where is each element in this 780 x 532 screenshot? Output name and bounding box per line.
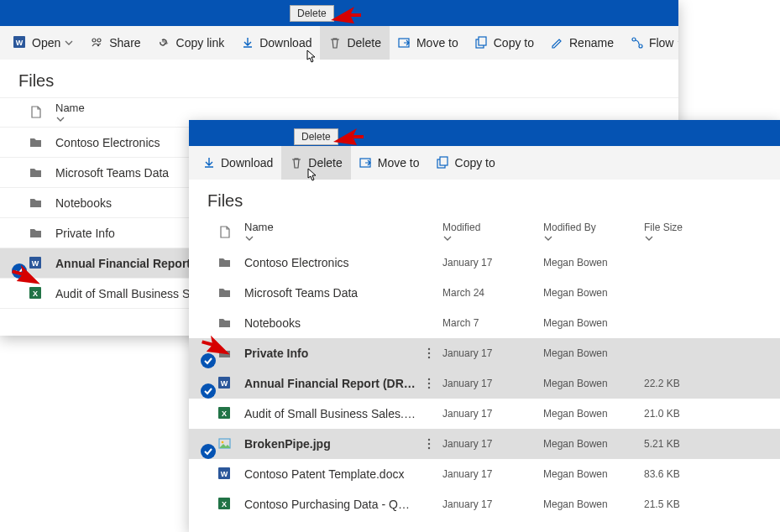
copylink-button[interactable]: Copy link [149,26,233,60]
selection-check-icon[interactable] [201,353,216,368]
folder-icon [212,286,238,300]
modifiedby-cell: Megan Bowen [543,498,644,510]
modified-cell: January 17 [442,438,543,450]
file-row[interactable]: Annual Financial Report (DRAF...January … [189,368,780,399]
image-icon [212,437,238,451]
delete-button[interactable]: Delete [320,26,389,60]
file-row[interactable]: BrokenPipe.jpgJanuary 17Megan Bowen5.21 … [189,429,780,459]
modified-cell: January 17 [442,347,543,359]
excel-icon [212,498,238,511]
file-name[interactable]: Audit of Small Business Sales.xlsx [238,407,422,420]
delete-label: Delete [347,36,380,50]
chevron-down-icon [677,38,678,48]
modifiedby-header[interactable]: Modified By [543,222,644,243]
modifiedby-cell: Megan Bowen [543,378,644,389]
size-header[interactable]: File Size [644,222,711,243]
file-name[interactable]: Notebooks [238,316,422,330]
moveto-icon [359,156,373,170]
file-name[interactable]: Private Info [238,347,422,360]
copyto-button[interactable]: Copy to [428,146,504,180]
modified-cell: January 17 [442,468,543,480]
more-icon[interactable] [422,437,442,451]
share-button[interactable]: Share [82,26,149,60]
word-icon [212,377,238,390]
moveto-button[interactable]: Move to [351,146,428,180]
share-label: Share [109,36,140,50]
modifiedby-cell: Megan Bowen [543,468,644,480]
file-row[interactable]: Microsoft Teams DataMarch 24Megan Bowen [189,278,780,308]
name-header[interactable]: Name [238,221,422,243]
delete-icon [290,156,303,170]
file-row[interactable]: Audit of Small Business Sales.xlsxJanuar… [189,399,780,429]
size-cell: 5.21 KB [644,438,711,450]
modifiedby-cell: Megan Bowen [543,408,644,420]
titlebar: Delete [0,0,678,26]
word-icon [24,257,49,270]
modified-cell: January 17 [442,257,543,269]
download-icon [202,156,216,170]
share-icon [91,36,104,50]
file-name[interactable]: Contoso Patent Template.docx [238,467,422,481]
file-name[interactable]: Microsoft Teams Data [238,286,422,300]
modified-header[interactable]: Modified [442,222,543,243]
file-icon [24,106,49,119]
size-cell: 21.0 KB [644,408,711,420]
flow-button[interactable]: Flow [622,26,678,60]
size-cell: 21.5 KB [644,498,711,510]
modified-cell: January 17 [442,378,543,389]
rename-icon [551,36,564,50]
file-list: Name Modified Modified By File Size Cont… [189,217,780,519]
folder-icon [24,227,49,240]
excel-icon [212,407,238,420]
page-title: Files [0,60,678,97]
modified-cell: January 17 [442,408,543,420]
file-row[interactable]: Contoso Purchasing Data - Q1 ...January … [189,489,780,519]
modifiedby-cell: Megan Bowen [543,287,644,299]
file-name[interactable]: Contoso Electronics [238,256,422,269]
file-name[interactable]: Annual Financial Report (DRAF... [238,377,422,390]
titlebar: Delete [189,120,780,146]
selection-check-icon[interactable] [12,263,27,279]
file-name[interactable]: BrokenPipe.jpg [238,437,422,451]
word-icon [212,467,238,481]
moveto-button[interactable]: Move to [390,26,467,60]
flow-icon [631,36,644,50]
more-icon[interactable] [422,347,442,360]
file-row[interactable]: NotebooksMarch 7Megan Bowen [189,308,780,338]
delete-tooltip: Delete [290,5,334,22]
toolbar: Download Delete Move to Copy to [189,146,780,180]
copyto-label: Copy to [494,36,534,50]
download-label: Download [259,36,311,50]
download-button[interactable]: Download [194,146,281,180]
copyto-label: Copy to [455,156,495,170]
file-name[interactable]: Contoso Purchasing Data - Q1 ... [238,498,422,511]
modified-cell: January 17 [442,498,543,510]
delete-tooltip: Delete [294,128,338,145]
file-row[interactable]: Private InfoJanuary 17Megan Bowen [189,338,780,368]
delete-icon [328,36,342,50]
selection-check-icon[interactable] [201,444,216,459]
cursor-icon [305,168,318,183]
link-icon [158,36,171,50]
flow-label: Flow [649,36,674,50]
file-row[interactable]: Contoso Patent Template.docxJanuary 17Me… [189,459,780,489]
more-icon[interactable] [422,377,442,390]
window-front: Delete Download Delete Move to Copy to F… [189,120,780,532]
copyto-button[interactable]: Copy to [467,26,542,60]
size-cell: 83.6 KB [644,468,711,480]
folder-icon [24,196,49,210]
modifiedby-cell: Megan Bowen [543,257,644,269]
chevron-down-icon [64,38,74,48]
cursor-icon [304,50,317,65]
word-icon [13,36,27,50]
modifiedby-cell: Megan Bowen [543,317,644,329]
folder-icon [212,256,238,269]
copyto-icon [475,36,489,50]
copylink-label: Copy link [176,36,225,50]
modifiedby-cell: Megan Bowen [543,347,644,359]
open-button[interactable]: Open [5,26,82,60]
file-row[interactable]: Contoso ElectronicsJanuary 17Megan Bowen [189,248,780,278]
selection-check-icon[interactable] [201,383,216,399]
rename-button[interactable]: Rename [542,26,622,60]
page-title: Files [189,180,780,217]
